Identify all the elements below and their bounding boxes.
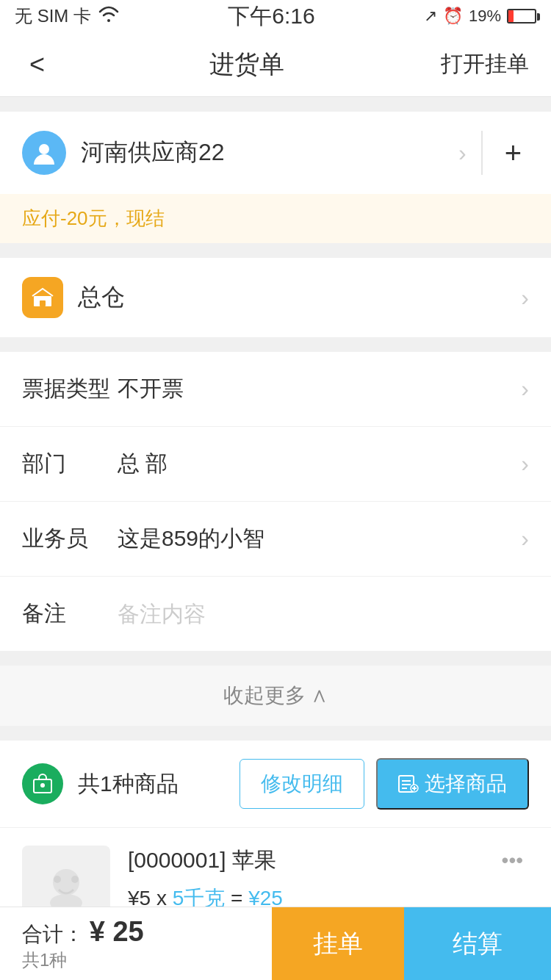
warehouse-chevron-icon: › — [521, 284, 529, 311]
supplier-row[interactable]: 河南供应商22 › + — [0, 112, 551, 194]
bottom-total: 合计： ¥ 25 共1种 — [0, 916, 272, 972]
product-count: 共1种商品 — [78, 769, 240, 799]
remark-input[interactable] — [118, 602, 529, 627]
salesman-row[interactable]: 业务员 这是859的小智 › — [0, 502, 551, 577]
select-product-button[interactable]: 选择商品 — [376, 758, 529, 810]
top-divider — [0, 97, 551, 112]
invoice-row[interactable]: 票据类型 不开票 › — [0, 352, 551, 427]
total-label: 合计： — [22, 923, 84, 945]
salesman-chevron-icon: › — [521, 525, 529, 552]
checkout-button[interactable]: 结算 — [404, 907, 551, 981]
add-supplier-button[interactable]: + — [497, 137, 529, 170]
salesman-label: 业务员 — [22, 524, 118, 554]
supplier-divider — [481, 131, 483, 175]
nav-bar: < 进货单 打开挂单 — [0, 32, 551, 97]
battery-icon — [507, 9, 536, 24]
status-left: 无 SIM 卡 — [15, 4, 119, 28]
modify-detail-button[interactable]: 修改明细 — [240, 759, 364, 809]
supplier-chevron-icon: › — [458, 140, 467, 167]
product-header: 共1种商品 修改明细 选择商品 — [0, 741, 551, 828]
form-section: 票据类型 不开票 › 部门 总 部 › 业务员 这是859的小智 › 备注 — [0, 352, 551, 651]
dept-row[interactable]: 部门 总 部 › — [0, 427, 551, 502]
checkout-label: 结算 — [453, 927, 503, 961]
product-code: [0000001] — [128, 848, 226, 872]
product-section-icon — [22, 763, 63, 804]
collapse-toggle[interactable]: 收起更多 ∧ — [0, 666, 551, 726]
back-button[interactable]: < — [22, 42, 52, 87]
warehouse-name: 总仓 — [78, 281, 521, 314]
location-icon: ↗ — [424, 7, 437, 26]
warehouse-row[interactable]: 总仓 › — [0, 258, 551, 337]
status-right: ↗ ⏰ 19% — [424, 7, 536, 26]
product-name: [0000001] 苹果 — [128, 846, 496, 876]
svg-point-4 — [40, 783, 45, 788]
supplier-notice: 应付-20元，现结 — [0, 194, 551, 243]
svg-point-0 — [39, 144, 49, 154]
dept-chevron-icon: › — [521, 450, 529, 478]
total-count: 共1种 — [22, 948, 250, 972]
open-hang-button[interactable]: 打开挂单 — [441, 49, 529, 79]
product-more-button[interactable]: ••• — [496, 846, 529, 875]
svg-rect-2 — [40, 300, 46, 306]
divider-1 — [0, 243, 551, 258]
remark-row[interactable]: 备注 — [0, 577, 551, 651]
svg-point-15 — [71, 876, 79, 883]
status-bar: 无 SIM 卡 下午6:16 ↗ ⏰ 19% — [0, 0, 551, 32]
supplier-name: 河南供应商22 — [81, 137, 458, 169]
warehouse-section: 总仓 › — [0, 258, 551, 337]
total-amount: ¥ 25 — [90, 916, 144, 947]
hang-label: 挂单 — [313, 927, 363, 961]
battery-percent: 19% — [469, 7, 501, 26]
invoice-value: 不开票 — [118, 374, 521, 404]
collapse-label: 收起更多 ∧ — [223, 684, 328, 707]
salesman-value: 这是859的小智 — [118, 524, 521, 554]
hang-button[interactable]: 挂单 — [272, 907, 404, 981]
supplier-avatar — [22, 131, 66, 175]
dept-value: 总 部 — [118, 449, 521, 479]
page-title: 进货单 — [209, 48, 284, 82]
carrier-text: 无 SIM 卡 — [15, 4, 91, 28]
total-line: 合计： ¥ 25 — [22, 916, 250, 948]
alarm-icon: ⏰ — [443, 7, 463, 26]
supplier-section: 河南供应商22 › + 应付-20元，现结 — [0, 112, 551, 243]
wifi-icon — [98, 6, 119, 26]
remark-label: 备注 — [22, 599, 118, 629]
status-time: 下午6:16 — [228, 1, 314, 32]
invoice-chevron-icon: › — [521, 375, 529, 403]
select-product-label: 选择商品 — [425, 770, 507, 798]
invoice-label: 票据类型 — [22, 374, 118, 404]
dept-label: 部门 — [22, 449, 118, 479]
bottom-bar: 合计： ¥ 25 共1种 挂单 结算 — [0, 907, 551, 980]
product-info: [0000001] 苹果 ¥5 x 5千克 = ¥25 — [128, 846, 496, 912]
warehouse-icon — [22, 277, 63, 318]
svg-point-14 — [54, 876, 61, 883]
